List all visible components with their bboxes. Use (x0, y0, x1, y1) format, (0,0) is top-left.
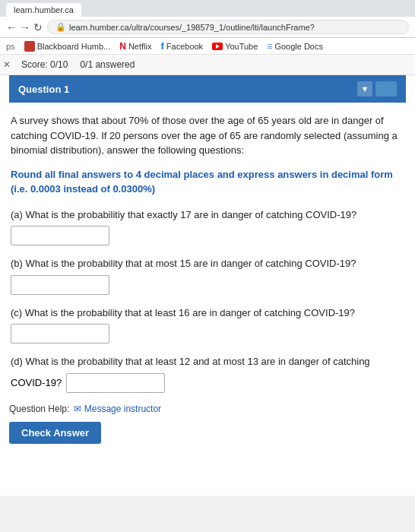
question-help-label: Question Help: (9, 404, 69, 414)
answer-input-b[interactable] (11, 275, 109, 295)
bb-icon (24, 41, 35, 52)
answered-label: 0/1 answered (80, 59, 135, 70)
url-text: learn.humber.ca/ultra/courses/_198579_1/… (69, 23, 315, 32)
answer-input-c[interactable] (11, 324, 109, 344)
sub-question-d: (d) What is the probability that at leas… (9, 354, 406, 393)
browser-bar: ← → ↻ 🔒 learn.humber.ca/ultra/courses/_1… (0, 17, 415, 38)
question-title: Question 1 (18, 84, 69, 95)
googledocs-icon: ≡ (267, 41, 272, 52)
address-bar[interactable]: 🔒 learn.humber.ca/ultra/courses/_198579_… (47, 20, 409, 34)
sub-question-b-label: (b) What is the probability that at most… (11, 256, 404, 271)
forward-icon[interactable]: → (20, 21, 30, 33)
bookmark-yt-label: YouTube (225, 42, 258, 51)
bookmark-facebook[interactable]: f Facebook (160, 40, 203, 52)
question-body: A survey shows that about 70% of those o… (9, 113, 406, 158)
close-icon[interactable]: ✕ (3, 59, 11, 70)
browser-tabs: learn.humber.ca (0, 0, 415, 17)
sub-question-c: (c) What is the probability that at leas… (9, 306, 406, 344)
score-bar: ✕ Score: 0/10 0/1 answered (0, 55, 415, 75)
sub-question-b: (b) What is the probability that at most… (9, 256, 406, 295)
sub-question-d-inline: COVID-19? (11, 373, 404, 393)
bookmark-gdocs-label: Google Docs (274, 42, 323, 51)
bookmark-blackboard[interactable]: Blackboard Humb... (24, 41, 111, 52)
check-answer-button[interactable]: Check Answer (9, 422, 101, 444)
bookmark-youtube[interactable]: YouTube (212, 42, 258, 51)
next-question-button[interactable] (375, 81, 397, 97)
bookmark-label: ps (6, 42, 15, 51)
instruction-text: Round all final answers to 4 decimal pla… (9, 167, 406, 197)
question-container: Question 1 ▼ A survey shows that about 7… (0, 75, 415, 456)
facebook-icon: f (160, 40, 163, 52)
reload-icon[interactable]: ↻ (33, 21, 43, 33)
question-header-controls: ▼ (357, 81, 397, 97)
bookmarks-bar: ps Blackboard Humb... N Netflix f Facebo… (0, 38, 415, 55)
question-header: Question 1 ▼ (9, 75, 406, 103)
answer-input-d[interactable] (66, 373, 165, 393)
message-instructor-link[interactable]: ✉ Message instructor (74, 404, 161, 414)
youtube-icon (212, 43, 223, 50)
answer-input-a[interactable] (11, 226, 109, 245)
prev-question-button[interactable]: ▼ (357, 81, 372, 97)
lock-icon: 🔒 (55, 22, 66, 32)
back-icon[interactable]: ← (6, 21, 17, 33)
score-bar-content: Score: 0/10 0/1 answered (21, 59, 135, 70)
score-label: Score: 0/10 (21, 59, 68, 70)
netflix-icon: N (119, 41, 126, 52)
active-tab[interactable]: learn.humber.ca (6, 3, 81, 17)
sub-question-c-label: (c) What is the probability that at leas… (11, 306, 404, 321)
bookmark-netflix[interactable]: N Netflix (119, 41, 151, 52)
bookmark-googledocs[interactable]: ≡ Google Docs (267, 41, 323, 52)
question-help: Question Help: ✉ Message instructor (9, 404, 406, 414)
sub-question-d-label-before: (d) What is the probability that at leas… (11, 354, 404, 369)
sub-question-d-label-after: COVID-19? (11, 377, 62, 388)
sub-question-a-label: (a) What is the probabilitiy that exactl… (11, 207, 404, 223)
sub-question-a: (a) What is the probabilitiy that exactl… (9, 207, 406, 246)
bookmark-fb-label: Facebook (166, 42, 203, 51)
main-content: ✕ Score: 0/10 0/1 answered Question 1 ▼ … (0, 55, 415, 496)
nav-icons: ← → ↻ (6, 21, 43, 33)
bookmark-bb-label: Blackboard Humb... (37, 42, 111, 51)
bookmark-netflix-label: Netflix (128, 42, 152, 51)
